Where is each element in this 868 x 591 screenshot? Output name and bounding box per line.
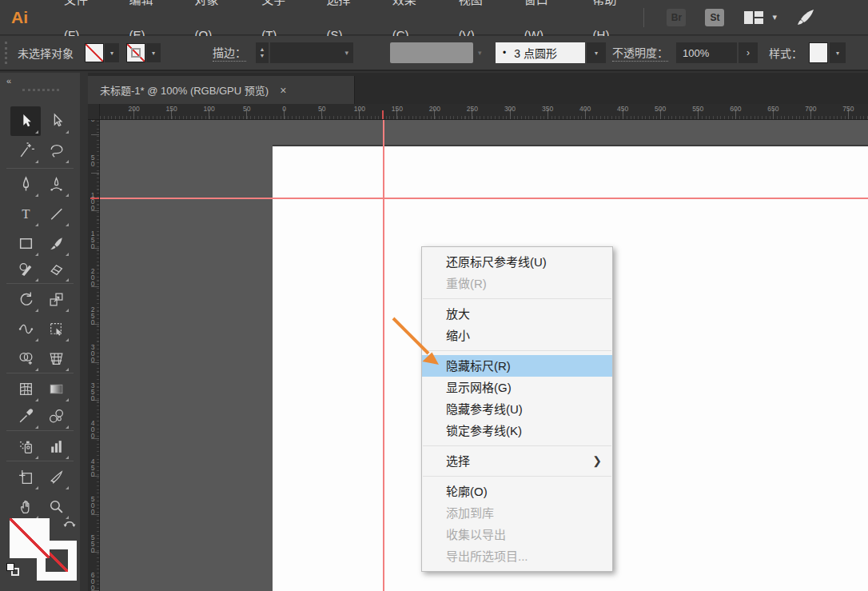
submenu-arrow-icon: ❯ bbox=[592, 450, 602, 472]
menu-item-hide-guides[interactable]: 隐藏参考线(U) bbox=[422, 398, 612, 420]
tool-width[interactable] bbox=[10, 314, 41, 344]
tool-symbol-sprayer[interactable] bbox=[10, 432, 41, 461]
ruler-label: 350 bbox=[529, 105, 567, 113]
hand-icon bbox=[18, 498, 34, 515]
vertical-ruler-labels: 050100150200250300350400450500550600 bbox=[89, 120, 97, 591]
menu-item-add-to-library: 添加到库 bbox=[422, 502, 612, 524]
fill-proxy-swatch-none[interactable] bbox=[10, 518, 50, 558]
tool-column-graph[interactable] bbox=[41, 432, 71, 461]
tool-shape-builder[interactable] bbox=[10, 344, 41, 373]
fill-color-swatch-none[interactable] bbox=[85, 43, 104, 62]
ruler-label: 600 bbox=[89, 571, 97, 591]
rotate-icon bbox=[18, 291, 34, 308]
tool-lasso[interactable] bbox=[41, 136, 71, 166]
tool-pen[interactable] bbox=[10, 170, 41, 199]
panel-grip[interactable] bbox=[5, 42, 7, 64]
panel-grip-dots[interactable] bbox=[22, 89, 59, 91]
horizontal-guide[interactable] bbox=[100, 198, 868, 199]
tool-slice[interactable] bbox=[41, 462, 71, 492]
tool-hand[interactable] bbox=[10, 492, 41, 521]
document-tab[interactable]: 未标题-1* @ 100% (RGB/GPU 预览) × bbox=[88, 76, 355, 104]
tool-eraser[interactable] bbox=[41, 254, 71, 284]
style-label: 样式： bbox=[769, 45, 802, 62]
brush-dropdown-button[interactable]: ▾ bbox=[587, 42, 606, 63]
stepper-up-icon[interactable]: ▲ bbox=[260, 46, 265, 53]
default-fill-stroke-icon[interactable] bbox=[6, 563, 21, 577]
tool-eyedropper[interactable] bbox=[10, 401, 41, 431]
tool-rotate[interactable] bbox=[10, 285, 41, 314]
tool-mesh[interactable] bbox=[10, 374, 41, 404]
opacity-input[interactable]: 100% bbox=[676, 42, 737, 63]
vertical-guide[interactable] bbox=[383, 120, 384, 591]
close-tab-icon[interactable]: × bbox=[280, 84, 286, 97]
ruler-label: 50 bbox=[228, 105, 265, 113]
share-rocket-icon[interactable] bbox=[796, 8, 817, 27]
ruler-label: 150 bbox=[153, 105, 190, 113]
stepper-down-icon[interactable]: ▼ bbox=[260, 53, 265, 59]
ruler-label: 100 bbox=[190, 105, 228, 113]
menu-item-zoom-out[interactable]: 缩小 bbox=[422, 325, 612, 346]
opacity-label[interactable]: 不透明度： bbox=[612, 44, 668, 62]
opacity-options-button[interactable]: › bbox=[739, 42, 758, 63]
vertical-ruler[interactable]: 050100150200250300350400450500550600 bbox=[88, 120, 100, 591]
tool-type[interactable]: T bbox=[10, 199, 41, 229]
direct-selection-icon bbox=[48, 113, 65, 130]
tool-shaper[interactable] bbox=[10, 254, 41, 284]
artboard-icon bbox=[18, 469, 34, 485]
tool-gradient[interactable] bbox=[41, 374, 71, 404]
tool-perspective-grid[interactable] bbox=[41, 344, 71, 373]
ruler-origin-corner[interactable] bbox=[88, 104, 100, 120]
menu-item-show-grid[interactable]: 显示网格(G) bbox=[422, 377, 612, 398]
menu-bar: Ai 文件(F) 编辑(E) 对象(O) 文字(T) 选择(S) 效果(C) 视… bbox=[0, 0, 868, 35]
ruler-label: 700 bbox=[792, 105, 830, 113]
scale-icon bbox=[48, 291, 65, 308]
bridge-button[interactable]: Br bbox=[667, 9, 686, 26]
document-tab-strip: 未标题-1* @ 100% (RGB/GPU 预览) × bbox=[88, 73, 868, 104]
tool-blend[interactable] bbox=[41, 401, 71, 431]
tool-direct-selection[interactable] bbox=[41, 106, 71, 136]
tool-scale[interactable] bbox=[41, 285, 71, 314]
menu-item-outline[interactable]: 轮廓(O) bbox=[422, 481, 612, 502]
menu-item-zoom-in[interactable]: 放大 bbox=[422, 303, 612, 325]
stock-button[interactable]: St bbox=[705, 9, 724, 26]
chevron-down-icon: ▾ bbox=[772, 12, 777, 22]
menu-item-select[interactable]: 选择 ❯ bbox=[422, 450, 612, 472]
lasso-icon bbox=[48, 142, 65, 159]
mesh-icon bbox=[18, 381, 34, 397]
style-dropdown-button[interactable]: ▾ bbox=[830, 42, 846, 63]
document-title: 未标题-1* @ 100% (RGB/GPU 预览) bbox=[88, 82, 269, 98]
column-graph-icon bbox=[48, 438, 65, 455]
ruler-label: 200 bbox=[416, 105, 453, 113]
menu-item-lock-guides[interactable]: 锁定参考线(K) bbox=[422, 420, 612, 441]
tool-free-transform[interactable] bbox=[41, 314, 71, 344]
stroke-weight-label[interactable]: 描边： bbox=[213, 44, 246, 62]
ruler-label: 250 bbox=[89, 305, 97, 344]
workspace-grid-icon bbox=[743, 10, 764, 26]
tool-curvature[interactable] bbox=[41, 170, 71, 199]
tool-artboard[interactable] bbox=[10, 462, 41, 492]
menu-item-hide-rulers[interactable]: 隐藏标尺(R) bbox=[422, 355, 612, 377]
menu-item-revert-ruler-guides[interactable]: 还原标尺参考线(U) bbox=[422, 251, 612, 273]
ruler-label: 750 bbox=[830, 105, 867, 113]
brush-definition-dropdown[interactable]: • 3 点圆形 bbox=[496, 42, 585, 63]
tool-line-segment[interactable] bbox=[41, 199, 71, 229]
swap-fill-stroke-icon[interactable] bbox=[62, 517, 77, 529]
stroke-weight-dropdown[interactable]: ▾ bbox=[270, 42, 353, 63]
stroke-dropdown-button[interactable]: ▾ bbox=[146, 43, 161, 62]
brush-name: 3 点圆形 bbox=[514, 45, 557, 61]
ruler-label: 0 bbox=[89, 120, 97, 154]
collapse-panel-icon[interactable]: « bbox=[6, 76, 12, 86]
workspace-switcher[interactable]: ▾ bbox=[743, 10, 777, 26]
fill-dropdown-button[interactable]: ▾ bbox=[105, 43, 119, 62]
slice-icon bbox=[48, 469, 65, 485]
chevron-down-icon: ▾ bbox=[478, 49, 482, 57]
style-swatch[interactable] bbox=[809, 42, 828, 63]
horizontal-ruler[interactable]: 2001501005005010015020025030035040045050… bbox=[88, 104, 868, 120]
stroke-color-swatch-none[interactable] bbox=[126, 43, 145, 62]
menu-separator bbox=[423, 298, 611, 299]
eyedropper-icon bbox=[18, 408, 34, 425]
tool-selection[interactable] bbox=[10, 106, 41, 136]
ruler-label: 200 bbox=[115, 105, 153, 113]
stroke-weight-stepper[interactable]: ▲ ▼ bbox=[256, 42, 269, 63]
tool-magic-wand[interactable] bbox=[10, 136, 41, 166]
